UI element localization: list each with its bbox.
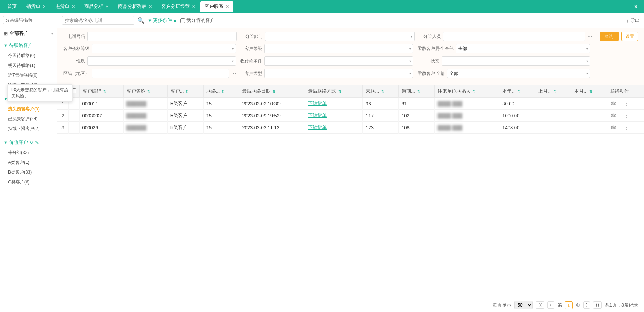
sidebar-item-class-a[interactable]: A类客户(1) <box>0 158 57 167</box>
sort-icon-type[interactable]: ⇅ <box>186 89 189 93</box>
tab-purchase-label: 进货单 <box>55 3 69 10</box>
filter-region-input[interactable] <box>92 69 229 78</box>
filter-status-select[interactable] <box>442 56 590 66</box>
sidebar-item-churn-warning[interactable]: 流失预警客户(3) <box>0 104 57 114</box>
sort-icon-this-year[interactable]: ⇅ <box>518 89 521 93</box>
filter-department-label: 分管部门 <box>241 33 263 40</box>
filter-manager-input[interactable] <box>443 32 585 41</box>
sidebar-item-today[interactable]: 今天待联络(0) <box>0 51 57 61</box>
filter-payment-select[interactable] <box>264 56 413 66</box>
arrow-icon-3: ▼ <box>4 140 8 145</box>
filter-customer-grade-label: 客户等级 <box>240 46 262 52</box>
tab-purchase-close[interactable]: ✕ <box>72 4 75 9</box>
pg-next-btn[interactable]: ⟩ <box>583 301 590 309</box>
my-customers-checkbox[interactable] <box>180 18 185 23</box>
row-action-more[interactable]: ⋮⋮ <box>619 113 629 118</box>
sidebar-item-7days[interactable]: 近7天待联络(0) <box>0 70 57 80</box>
sort-icon-overdue[interactable]: ⇅ <box>417 89 420 93</box>
close-window-btn[interactable]: ✕ <box>631 3 641 10</box>
settings-btn[interactable]: 设置 <box>621 32 638 41</box>
filter-icon: ▼ <box>148 18 152 23</box>
edit-icon[interactable]: ✎ <box>35 140 39 145</box>
sidebar-item-declining[interactable]: 持续下滑客户(2) <box>0 124 57 134</box>
filter-department-select[interactable] <box>265 32 414 41</box>
sidebar-all-customers[interactable]: ⊞ 全部客户 « <box>0 27 57 40</box>
sidebar-search-input[interactable] <box>3 16 63 24</box>
tab-customer-tier[interactable]: 客户分层经营 ✕ <box>157 1 200 12</box>
pg-first-btn[interactable]: ⟨⟨ <box>536 301 544 309</box>
sort-icon-last-month[interactable]: ⇅ <box>554 89 557 93</box>
filter-nature-select[interactable] <box>87 56 236 66</box>
filter-manager-dots[interactable]: ··· <box>588 33 592 40</box>
filter-customer-type-select[interactable] <box>264 69 413 78</box>
sidebar-item-class-c[interactable]: C类客户(6) <box>0 177 57 187</box>
sidebar-section-pending-label: 待联络客户 <box>9 42 33 49</box>
tab-analysis-list-close[interactable]: ✕ <box>149 4 152 9</box>
row-this-year: 30.00 <box>499 98 535 110</box>
sort-icon-this-month[interactable]: ⇅ <box>589 89 592 93</box>
row-code: 000011 <box>79 98 123 110</box>
sort-icon-contact-person[interactable]: ⇅ <box>473 89 476 93</box>
tab-customer-contact-close[interactable]: ✕ <box>226 4 229 9</box>
row-contact: 15 <box>203 122 239 134</box>
row-action-phone[interactable]: ☎ <box>610 113 616 118</box>
filter-more-btn[interactable]: ▼ 更多条件 ▲ <box>148 17 177 24</box>
tab-analysis-close[interactable]: ✕ <box>105 4 109 9</box>
sort-icon-last-method[interactable]: ⇅ <box>338 89 341 93</box>
filter-status: 状态 <box>418 56 590 66</box>
pg-last-btn[interactable]: ⟩⟩ <box>593 301 602 309</box>
pg-prev-btn[interactable]: ⟨ <box>547 301 554 309</box>
sidebar-item-class-b[interactable]: B类客户(33) <box>0 167 57 177</box>
tab-home[interactable]: 首页 <box>3 1 21 12</box>
filter-price-grade-select[interactable] <box>92 44 236 53</box>
filter-search-input[interactable] <box>62 16 134 25</box>
row-action-phone[interactable]: ☎ <box>610 101 616 106</box>
sort-icon-name[interactable]: ⇅ <box>147 89 150 93</box>
filter-customer-grade-select[interactable] <box>264 44 413 53</box>
tab-analysis-list[interactable]: 商品分析列表 ✕ <box>114 1 156 12</box>
row-checkbox[interactable] <box>72 113 76 117</box>
tab-purchase[interactable]: 进货单 ✕ <box>51 1 79 12</box>
sidebar-collapse-icon[interactable]: « <box>51 31 53 36</box>
filter-manager-label: 分管人员 <box>419 33 441 40</box>
sidebar-item-ungrouped[interactable]: 未分组(32) <box>0 148 57 158</box>
filter-retail-attr-select[interactable]: 全部 <box>456 44 590 53</box>
row-checkbox[interactable] <box>72 125 76 129</box>
row-this-month <box>571 122 607 134</box>
sort-icon-contact[interactable]: ⇅ <box>222 89 225 93</box>
export-btn[interactable]: ↑ 导出 <box>627 17 640 24</box>
sort-icon-last-date[interactable]: ⇅ <box>273 89 275 93</box>
my-customers-filter[interactable]: 我分管的客户 <box>180 17 215 24</box>
sidebar-item-tomorrow[interactable]: 明天待联络(1) <box>0 61 57 70</box>
tooltip-churn: 90天未交易的客户，可能有流失风险。 <box>7 84 73 102</box>
tab-sales-close[interactable]: ✕ <box>43 4 46 9</box>
filter-manager: 分管人员 ··· <box>419 32 592 41</box>
row-action-more[interactable]: ⋮⋮ <box>619 101 629 106</box>
row-contact: 15 <box>203 98 239 110</box>
tab-customer-tier-close[interactable]: ✕ <box>192 4 195 9</box>
filter-phone-input[interactable] <box>87 32 237 41</box>
filter-region-label: 区域（地区） <box>63 70 89 77</box>
sidebar-item-churned[interactable]: 已流失客户(24) <box>0 114 57 124</box>
refresh-icon[interactable]: ↻ <box>29 140 33 145</box>
sidebar-section-pending-title[interactable]: ▼ 待联络客户 <box>0 40 57 51</box>
row-action-phone[interactable]: ☎ <box>610 125 616 130</box>
page-size-select[interactable]: 50 100 <box>514 301 533 309</box>
filter-payment-label: 收付款条件 <box>240 58 262 64</box>
tab-sales[interactable]: 销货单 ✕ <box>22 1 50 12</box>
filter-retail-customer-select[interactable]: 全部 <box>447 69 590 78</box>
row-action-more[interactable]: ⋮⋮ <box>619 125 629 130</box>
sidebar-section-value-title[interactable]: ▼ 价值客户 ↻ ✎ <box>0 137 57 148</box>
sort-icon-unliaised[interactable]: ⇅ <box>381 89 384 93</box>
filter-region-dots[interactable]: ··· <box>231 70 236 77</box>
table-header-row: ⚙ 客户编码 ⇅ 客户名称 ⇅ 客户... <box>57 85 644 98</box>
pg-total-info: 共1页，3条记录 <box>605 302 638 308</box>
table-header-this-year-label: 本年... <box>502 88 516 94</box>
filter-search-btn[interactable]: 🔍 <box>137 17 145 24</box>
sort-icon-code[interactable]: ⇅ <box>103 89 106 93</box>
tab-customer-contact-label: 客户联系 <box>205 3 224 10</box>
tab-customer-contact[interactable]: 客户联系 ✕ <box>200 1 233 12</box>
query-btn[interactable]: 查询 <box>600 32 619 41</box>
tab-analysis[interactable]: 商品分析 ✕ <box>80 1 113 12</box>
row-contact-person: ████ ███ <box>434 98 499 110</box>
